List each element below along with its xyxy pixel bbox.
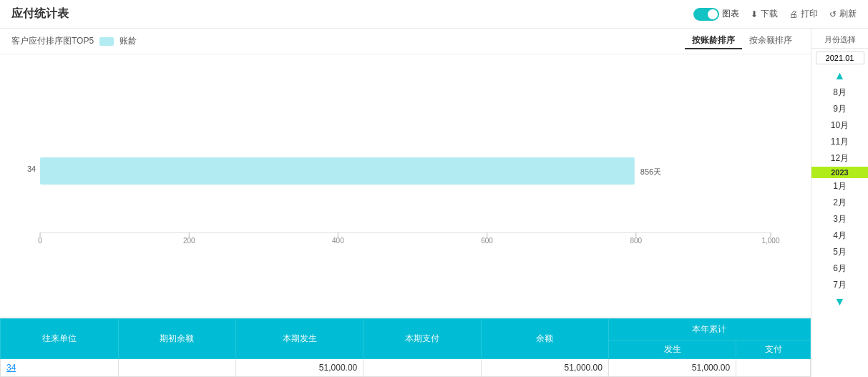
download-button[interactable]: ⬇ 下载 bbox=[751, 8, 778, 20]
download-icon: ⬇ bbox=[751, 9, 758, 19]
sidebar-month-6[interactable]: 6月 bbox=[811, 260, 868, 277]
cell-opening bbox=[118, 359, 236, 377]
col-header-balance: 余额 bbox=[481, 319, 608, 359]
cell-current-occur: 51,000.00 bbox=[236, 359, 364, 377]
table-header-row: 往来单位 期初余额 本期发生 本期支付 余额 本年累计 bbox=[1, 319, 811, 341]
cell-ytd-pay bbox=[736, 359, 811, 377]
sidebar-month-2[interactable]: 2月 bbox=[811, 195, 868, 211]
print-button[interactable]: 🖨 打印 bbox=[789, 8, 818, 20]
bar-rect bbox=[40, 157, 635, 185]
sidebar-month-7[interactable]: 7月 bbox=[811, 277, 868, 293]
sidebar: 月份选择 ▲ 8月 9月 10月 11月 12月 2023 1月 2月 3月 4… bbox=[811, 29, 868, 377]
col-header-ytd-occur: 发生 bbox=[608, 341, 736, 359]
cell-ytd-occur: 51,000.00 bbox=[608, 359, 736, 377]
svg-text:600: 600 bbox=[481, 237, 493, 245]
page-title: 应付统计表 bbox=[11, 6, 69, 21]
chart-area: 34 856天 0 200 400 600 800 1,000 bbox=[0, 54, 811, 318]
sidebar-up-button[interactable]: ▲ bbox=[832, 67, 849, 84]
vendor-link[interactable]: 34 bbox=[6, 363, 16, 373]
chart-controls: 客户应付排序图TOP5 账龄 按账龄排序 按余额排序 bbox=[0, 29, 811, 54]
sidebar-month-1[interactable]: 1月 bbox=[811, 178, 868, 195]
legend-box-label: 账龄 bbox=[120, 35, 137, 47]
table-wrapper: 往来单位 期初余额 本期发生 本期支付 余额 本年累计 发生 支付 bbox=[0, 318, 811, 377]
col-header-current-pay: 本期支付 bbox=[364, 319, 482, 359]
print-icon: 🖨 bbox=[789, 9, 798, 19]
sidebar-month-11[interactable]: 11月 bbox=[811, 134, 868, 150]
sidebar-year-2023: 2023 bbox=[811, 167, 868, 178]
cell-current-pay bbox=[364, 359, 482, 377]
table-section: 往来单位 期初余额 本期发生 本期支付 余额 本年累计 发生 支付 bbox=[0, 318, 811, 377]
cell-balance: 51,000.00 bbox=[481, 359, 608, 377]
y-axis-label: 34 bbox=[27, 165, 36, 173]
sidebar-year-input[interactable] bbox=[816, 52, 864, 64]
bar-days-label: 856天 bbox=[640, 167, 661, 176]
svg-text:800: 800 bbox=[630, 237, 642, 245]
sidebar-month-8[interactable]: 8月 bbox=[811, 84, 868, 101]
toggle-label: 图表 bbox=[722, 8, 739, 20]
sidebar-down-button[interactable]: ▼ bbox=[832, 293, 849, 310]
refresh-icon: ↺ bbox=[829, 9, 837, 19]
sidebar-month-4[interactable]: 4月 bbox=[811, 227, 868, 244]
svg-text:1,000: 1,000 bbox=[761, 237, 779, 245]
chart-section: 客户应付排序图TOP5 账龄 按账龄排序 按余额排序 34 856天 bbox=[0, 29, 811, 377]
table-row: 34 51,000.00 51,000.00 51,000.00 bbox=[1, 359, 811, 377]
cell-vendor: 34 bbox=[1, 359, 119, 377]
app-container: 应付统计表 图表 ⬇ 下载 🖨 打印 ↺ 刷新 bbox=[0, 0, 868, 377]
chart-toggle-wrap: 图表 bbox=[693, 8, 739, 21]
sidebar-month-list: 8月 9月 10月 11月 12月 2023 1月 2月 3月 4月 5月 6月… bbox=[811, 84, 868, 293]
sidebar-month-5[interactable]: 5月 bbox=[811, 244, 868, 260]
chart-legend: 客户应付排序图TOP5 账龄 bbox=[11, 35, 137, 47]
svg-text:400: 400 bbox=[332, 237, 344, 245]
col-header-current-occur: 本期发生 bbox=[236, 319, 364, 359]
bar-chart-svg: 34 856天 0 200 400 600 800 1,000 bbox=[11, 60, 799, 312]
chart-toggle[interactable] bbox=[693, 8, 719, 21]
legend-label: 客户应付排序图TOP5 bbox=[11, 35, 94, 47]
col-header-ytd-pay: 支付 bbox=[736, 341, 811, 359]
chart-sort-buttons: 按账龄排序 按余额排序 bbox=[685, 33, 799, 49]
refresh-button[interactable]: ↺ 刷新 bbox=[829, 8, 857, 20]
main-area: 客户应付排序图TOP5 账龄 按账龄排序 按余额排序 34 856天 bbox=[0, 29, 868, 377]
col-header-ytd: 本年累计 bbox=[608, 319, 810, 341]
sidebar-title: 月份选择 bbox=[811, 31, 868, 49]
svg-text:200: 200 bbox=[183, 237, 195, 245]
data-table: 往来单位 期初余额 本期发生 本期支付 余额 本年累计 发生 支付 bbox=[0, 318, 811, 377]
legend-box bbox=[99, 37, 114, 46]
sidebar-month-9[interactable]: 9月 bbox=[811, 101, 868, 117]
sidebar-month-10[interactable]: 10月 bbox=[811, 117, 868, 134]
col-header-vendor: 往来单位 bbox=[1, 319, 119, 359]
sort-by-amount-button[interactable]: 按余额排序 bbox=[742, 33, 799, 49]
sidebar-month-12[interactable]: 12月 bbox=[811, 150, 868, 167]
svg-text:0: 0 bbox=[38, 237, 42, 245]
sidebar-month-3[interactable]: 3月 bbox=[811, 211, 868, 227]
col-header-opening: 期初余额 bbox=[118, 319, 236, 359]
sort-by-balance-button[interactable]: 按账龄排序 bbox=[685, 33, 742, 49]
header-actions: 图表 ⬇ 下载 🖨 打印 ↺ 刷新 bbox=[693, 8, 857, 21]
header: 应付统计表 图表 ⬇ 下载 🖨 打印 ↺ 刷新 bbox=[0, 0, 868, 29]
